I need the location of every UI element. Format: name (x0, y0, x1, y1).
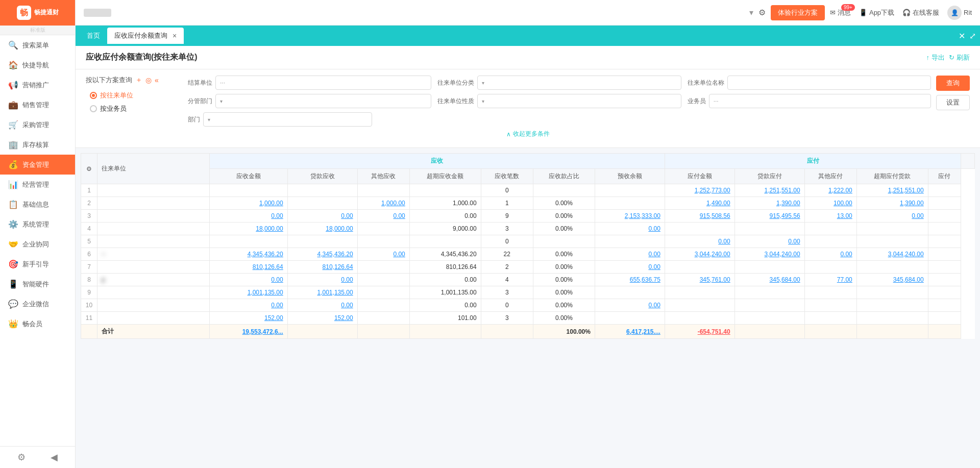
cell-payable_amount[interactable] (665, 312, 734, 325)
cell-payable_amount[interactable]: 1,490.00 (665, 197, 734, 210)
cell-other_payable[interactable]: 0.00 (804, 248, 856, 261)
staff-input[interactable]: ··· (709, 94, 931, 108)
cell-payable_amount[interactable]: 345,761.00 (665, 274, 734, 286)
cell-prepay_balance[interactable]: 2,153,333.00 (595, 210, 665, 223)
dept-input[interactable]: ▾ (203, 112, 372, 127)
cell-loan_payable[interactable] (734, 312, 804, 325)
breadcrumb-dropdown-btn[interactable]: ▾ (749, 8, 753, 17)
cell-loan_receivable[interactable] (287, 235, 357, 248)
tab-expand-icon[interactable]: ⤢ (969, 31, 976, 41)
dept-manager-input[interactable]: ▾ (215, 94, 431, 108)
tab-home[interactable]: 首页 (80, 31, 107, 40)
app-download-button[interactable]: 📱 App下载 (859, 8, 894, 17)
cell-loan_payable[interactable]: 915,495.56 (734, 210, 804, 223)
filter-by-partner[interactable]: 按往来单位 (86, 89, 188, 102)
cell-loan_receivable[interactable]: 1,001,135.00 (287, 286, 357, 299)
cell-payable_amount[interactable] (665, 223, 734, 235)
sidebar-item-sales[interactable]: 💼 销售管理 (0, 95, 75, 115)
cell-loan_payable[interactable]: 1,251,551.00 (734, 184, 804, 197)
cell-other_payable[interactable]: 77.00 (804, 274, 856, 286)
cell-receivable_amount[interactable]: 1,000.00 (210, 197, 288, 210)
tab-close-window-icon[interactable]: ✕ (959, 31, 965, 41)
cell-loan_receivable[interactable]: 0.00 (287, 274, 357, 286)
cell-loan_payable[interactable] (734, 286, 804, 299)
cell-other_receivable[interactable] (357, 235, 409, 248)
sidebar-item-finance[interactable]: 💰 资金管理 (0, 155, 75, 175)
filter-target-icon[interactable]: ◎ (145, 76, 152, 84)
sidebar-item-system[interactable]: ⚙️ 系统管理 (0, 214, 75, 234)
cell-loan_receivable[interactable] (287, 184, 357, 197)
filter-add-icon[interactable]: ＋ (135, 76, 142, 85)
cell-receivable_amount[interactable] (210, 235, 288, 248)
sidebar-item-inventory[interactable]: 🏢 库存核算 (0, 135, 75, 155)
cell-payable_amount[interactable]: 3,044,240.00 (665, 248, 734, 261)
cell-prepay_balance[interactable] (595, 312, 665, 325)
message-button[interactable]: ✉ 消息 99+ (830, 8, 851, 17)
cell-other_receivable[interactable]: 0.00 (357, 210, 409, 223)
export-button[interactable]: ↑ 导出 (926, 53, 945, 62)
cell-payable_amount[interactable]: 915,508.56 (665, 210, 734, 223)
cell-loan_payable[interactable] (734, 223, 804, 235)
sidebar-item-collab[interactable]: 🤝 企业协同 (0, 234, 75, 254)
cell-loan_receivable[interactable]: 0.00 (287, 210, 357, 223)
cell-loan_receivable[interactable]: 4,345,436.20 (287, 248, 357, 261)
cell-prepay_balance[interactable]: 0.00 (595, 223, 665, 235)
cell-other_payable[interactable] (804, 286, 856, 299)
cell-prepay_balance[interactable]: 0.00 (595, 261, 665, 274)
sidebar-item-member[interactable]: 👑 畅会员 (0, 314, 75, 334)
partner-name-input[interactable] (727, 76, 931, 90)
sidebar-item-search[interactable]: 🔍 搜索菜单 (0, 35, 75, 55)
cell-receivable_amount[interactable]: 4,345,436.20 (210, 248, 288, 261)
cell-receivable_amount[interactable]: 0.00 (210, 210, 288, 223)
cell-overdue_payable[interactable] (856, 235, 928, 248)
cell-loan_payable[interactable] (734, 299, 804, 312)
partner-category-input[interactable]: ▾ (477, 76, 681, 90)
sidebar-item-quicknav[interactable]: 🏠 快捷导航 (0, 55, 75, 75)
cell-payable_amount[interactable] (665, 261, 734, 274)
cell-other_payable[interactable] (804, 235, 856, 248)
cell-other_receivable[interactable] (357, 299, 409, 312)
collapse-button[interactable]: ∧ 收起更多条件 (506, 130, 550, 138)
cell-receivable_amount[interactable] (210, 184, 288, 197)
cell-payable_amount[interactable]: 0.00 (665, 235, 734, 248)
cell-loan_receivable[interactable]: 18,000.00 (287, 223, 357, 235)
cell-other_payable[interactable] (804, 223, 856, 235)
cell-payable_amount[interactable] (665, 286, 734, 299)
cell-other_receivable[interactable]: 1,000.00 (357, 197, 409, 210)
sidebar-collapse-btn[interactable]: ◀ (51, 452, 58, 463)
cell-overdue_payable[interactable] (856, 223, 928, 235)
cell-other_receivable[interactable] (357, 274, 409, 286)
cell-prepay_balance[interactable] (595, 235, 665, 248)
cell-overdue_payable[interactable]: 1,390.00 (856, 197, 928, 210)
partner-nature-input[interactable]: ▾ (477, 94, 681, 108)
query-button[interactable]: 查询 (936, 76, 970, 91)
user-menu[interactable]: 👤 Rit (947, 6, 972, 20)
cell-payable_amount[interactable]: 1,252,773.00 (665, 184, 734, 197)
cell-other_receivable[interactable] (357, 312, 409, 325)
sidebar-settings-btn[interactable]: ⚙ (17, 452, 26, 463)
cell-other_receivable[interactable] (357, 261, 409, 274)
cell-overdue_payable[interactable] (856, 299, 928, 312)
sidebar-item-basics[interactable]: 📋 基础信息 (0, 194, 75, 214)
cell-overdue_payable[interactable]: 3,044,240.00 (856, 248, 928, 261)
cell-receivable_amount[interactable]: 0.00 (210, 299, 288, 312)
sidebar-item-operations[interactable]: 📊 经营管理 (0, 175, 75, 194)
cell-overdue_payable[interactable]: 1,251,551.00 (856, 184, 928, 197)
cell-other_payable[interactable]: 1,222.00 (804, 184, 856, 197)
cell-receivable_amount[interactable]: 0.00 (210, 274, 288, 286)
cell-payable_amount[interactable] (665, 299, 734, 312)
refresh-button[interactable]: ↻ 刷新 (949, 53, 970, 62)
cell-prepay_balance[interactable]: 0.00 (595, 299, 665, 312)
cell-other_payable[interactable] (804, 299, 856, 312)
cell-other_payable[interactable]: 13.00 (804, 210, 856, 223)
cell-loan_receivable[interactable] (287, 197, 357, 210)
cell-other_payable[interactable]: 100.00 (804, 197, 856, 210)
cell-overdue_payable[interactable]: 0.00 (856, 210, 928, 223)
cell-loan_payable[interactable]: 0.00 (734, 235, 804, 248)
filter-collapse-icon[interactable]: « (155, 76, 159, 84)
cell-receivable_amount[interactable]: 18,000.00 (210, 223, 288, 235)
cell-receivable_amount[interactable]: 810,126.64 (210, 261, 288, 274)
cell-loan_receivable[interactable]: 152.00 (287, 312, 357, 325)
tab-receivable[interactable]: 应收应付余额查询 × (107, 28, 184, 44)
cell-other_receivable[interactable] (357, 286, 409, 299)
